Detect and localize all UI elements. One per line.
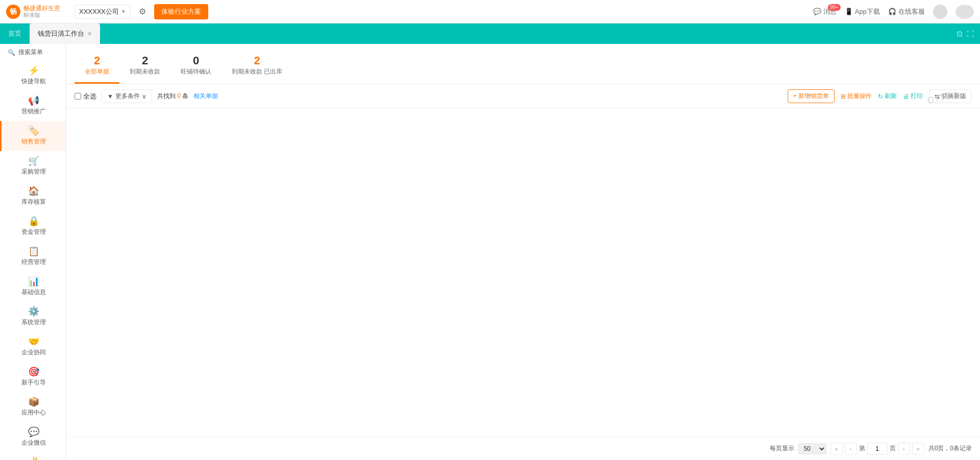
sidebar-item-guide[interactable]: 🎯 新手引导 <box>0 362 66 392</box>
logo-icon: 畅 <box>6 5 20 19</box>
switch-icon: ⇆ <box>935 93 940 100</box>
print-icon: 🖨 <box>903 93 909 100</box>
sidebar-item-finance[interactable]: 🔒 资金管理 <box>0 211 66 241</box>
batch-operation-button[interactable]: ⊞ 批量操作 <box>841 92 872 101</box>
select-all-input[interactable] <box>75 93 81 100</box>
switch-version-button[interactable]: ⇆ 切换新版 <box>929 89 972 103</box>
system-icon: ⚙️ <box>28 307 39 316</box>
add-sales-order-button[interactable]: + 新增销货单 <box>788 89 835 103</box>
tab-work[interactable]: 钱货日清工作台 ✕ <box>30 23 100 44</box>
sidebar-item-enterprise[interactable]: 🤝 企业协同 <box>0 332 66 362</box>
service-icon: 🎧 <box>888 8 896 15</box>
found-count: 共找到 0 条 <box>157 92 188 101</box>
trial-button[interactable]: 体验行业方案 <box>154 4 208 19</box>
page-number-input[interactable] <box>867 443 888 455</box>
batch-icon: ⊞ <box>841 93 846 100</box>
sidebar-item-inventory[interactable]: 🏠 库存核算 <box>0 181 66 211</box>
sidebar-item-sales[interactable]: 🏷️ 销售管理 <box>0 121 66 151</box>
app-center-icon: 📦 <box>28 397 39 406</box>
enterprise-icon: 🤝 <box>28 337 39 346</box>
filter-icon: ▼ <box>107 93 113 100</box>
page-size-select[interactable]: 50 20 100 <box>798 443 826 454</box>
avatar[interactable] <box>933 5 947 19</box>
refresh-button[interactable]: ↻ 刷新 <box>878 92 897 101</box>
tab-home[interactable]: 首页 <box>0 23 30 44</box>
total-info: 共0页，0条记录 <box>928 444 972 453</box>
bell-icon: 💬 <box>813 8 821 15</box>
inventory-icon: 🏠 <box>28 186 39 196</box>
print-button[interactable]: 🖨 打印 <box>903 92 923 101</box>
sidebar-item-purchase[interactable]: 🛒 采购管理 <box>0 151 66 181</box>
prev-page-button[interactable]: ‹ <box>845 443 857 455</box>
sidebar-item-app-center[interactable]: 📦 应用中心 <box>0 392 66 422</box>
app-download-btn[interactable]: 📱 App下载 <box>845 7 880 16</box>
expand-icon[interactable]: ⛶ <box>967 30 974 38</box>
chevron-down-icon: ▼ <box>121 9 126 14</box>
basic-info-icon: 📊 <box>28 277 39 286</box>
header-left: 畅 畅捷通好生意 标准版 XXXXXX公司 ▼ ⚙ 体验行业方案 <box>6 4 208 19</box>
stat-tab-due-unshipped[interactable]: 2 到期未收款 已出库 <box>222 50 292 84</box>
pagination-nav: « ‹ 第 页 › » <box>830 443 924 455</box>
filter-button[interactable]: ▼ 更多条件 ∨ <box>102 89 152 103</box>
logo-text: 畅捷通好生意 标准版 <box>23 5 60 19</box>
quick-nav-icon: ⚡ <box>28 66 39 75</box>
next-page-button[interactable]: › <box>898 443 910 455</box>
toolbar-right: + 新增销货单 ⊞ 批量操作 ↻ 刷新 🖨 打印 ⇆ 切换新版 <box>788 89 972 103</box>
toolbar-left: 全选 ▼ 更多条件 ∨ 共找到 0 条 相关单据 <box>75 89 218 103</box>
avatar-extra[interactable] <box>955 5 974 19</box>
table-area <box>66 109 980 437</box>
last-page-button[interactable]: » <box>912 443 924 455</box>
guide-icon: 🎯 <box>28 367 39 376</box>
stat-tab-all[interactable]: 2 全部单据 <box>75 50 119 84</box>
weixin-icon: 💬 <box>28 427 39 437</box>
logo-area: 畅 畅捷通好生意 标准版 <box>6 5 60 19</box>
tab-bar: 首页 钱货日清工作台 ✕ ⊡ ⛶ <box>0 23 980 44</box>
finance-icon: 🔒 <box>28 216 39 226</box>
toolbar: 全选 ▼ 更多条件 ∨ 共找到 0 条 相关单据 + 新增销货单 ⊞ 批 <box>66 84 980 109</box>
sidebar-item-quick-nav[interactable]: ⚡ 快捷导航 <box>0 61 66 91</box>
notification-btn[interactable]: 💬 消息 99+ <box>813 7 837 16</box>
sidebar-item-marketing[interactable]: 📢 营销推广 <box>0 91 66 121</box>
notification-badge: 99+ <box>828 4 841 11</box>
content-area: 2 全部单据 2 到期未收款 0 旺铺待确认 2 到期未收款 已出库 全选 <box>66 44 980 460</box>
select-all-checkbox[interactable]: 全选 <box>75 92 96 101</box>
search-menu-item[interactable]: 🔍 搜索菜单 <box>0 44 66 61</box>
stats-tabs: 2 全部单据 2 到期未收款 0 旺铺待确认 2 到期未收款 已出库 <box>66 44 980 84</box>
minimize-icon[interactable]: ⊡ <box>957 30 963 38</box>
marketing-icon: 📢 <box>28 96 39 105</box>
chevron-down-icon: ∨ <box>142 93 146 100</box>
operations-icon: 📋 <box>28 247 39 256</box>
search-icon: 🔍 <box>8 49 15 56</box>
sidebar-item-weixin[interactable]: 💬 企业微信 <box>0 422 66 452</box>
close-tab-icon[interactable]: ✕ <box>87 31 92 37</box>
sidebar: 🔍 搜索菜单 ⚡ 快捷导航 📢 营销推广 🏷️ 销售管理 🛒 采购管理 🏠 库存… <box>0 44 66 460</box>
header-right: 💬 消息 99+ 📱 App下载 🎧 在线客服 <box>813 5 974 19</box>
refresh-icon: ↻ <box>878 93 883 100</box>
stat-tab-wangpu[interactable]: 0 旺铺待确认 <box>170 50 222 84</box>
related-documents-link[interactable]: 相关单据 <box>193 92 218 101</box>
sidebar-item-system[interactable]: ⚙️ 系统管理 <box>0 302 66 332</box>
sidebar-item-basic-info[interactable]: 📊 基础信息 <box>0 272 66 302</box>
first-page-button[interactable]: « <box>830 443 843 455</box>
top-header: 畅 畅捷通好生意 标准版 XXXXXX公司 ▼ ⚙ 体验行业方案 💬 消息 99… <box>0 0 980 23</box>
main-layout: 🔍 搜索菜单 ⚡ 快捷导航 📢 营销推广 🏷️ 销售管理 🛒 采购管理 🏠 库存… <box>0 44 980 460</box>
stat-tab-due-unpaid[interactable]: 2 到期未收款 <box>119 50 170 84</box>
settings-icon[interactable]: ⚙ <box>135 4 150 19</box>
purchase-icon: 🛒 <box>28 156 39 165</box>
member-icon: ✌️ <box>28 457 39 460</box>
sidebar-item-operations[interactable]: 📋 经营管理 <box>0 241 66 272</box>
pagination-bar: 每页显示 50 20 100 « ‹ 第 页 › » 共0页，0条记录 <box>66 437 980 460</box>
download-icon: 📱 <box>845 8 853 15</box>
online-service-btn[interactable]: 🎧 在线客服 <box>888 7 925 16</box>
tab-bar-actions: ⊡ ⛶ <box>957 30 980 38</box>
sales-icon: 🏷️ <box>28 126 39 135</box>
company-selector[interactable]: XXXXXX公司 ▼ <box>75 5 131 19</box>
sidebar-item-member[interactable]: ✌️ 畅会员 <box>0 452 66 460</box>
